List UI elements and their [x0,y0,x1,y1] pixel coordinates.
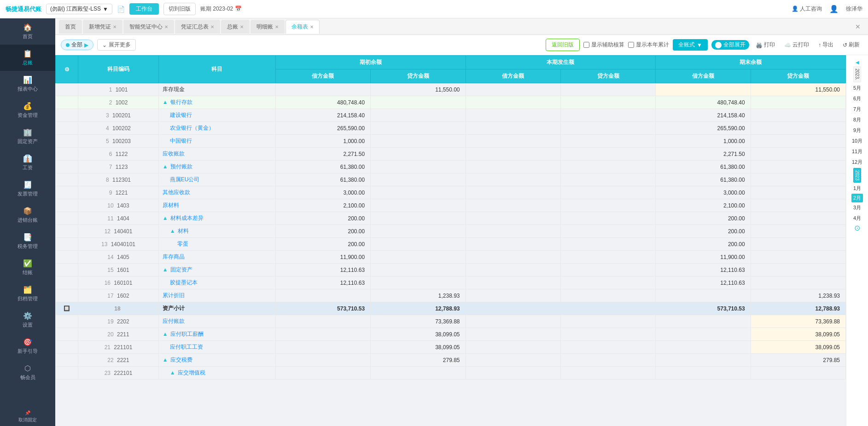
expand-row-icon[interactable]: ▲ [163,357,168,363]
close-all-tabs-button[interactable]: ✕ [851,23,864,30]
sidebar-item-ledger[interactable]: 📋 总账 [0,45,55,71]
calendar-icon[interactable]: 📅 [235,6,242,12]
expand-button[interactable]: ⌄ 展开更多 [97,39,136,51]
cloud-print-button[interactable]: ☁️ 云打印 [781,40,812,50]
tab-voucher-summary-close[interactable]: ✕ [210,24,214,29]
settings-circle-icon[interactable]: ⊙ [854,224,860,232]
expand-row-icon[interactable]: ▲ [170,228,175,234]
row-name-cell[interactable]: ▲ 材料成本差异 [158,212,275,225]
month-3[interactable]: 3月 [852,202,862,213]
unpin-button[interactable]: 📌 取消固定 [0,408,55,426]
tab-balance[interactable]: 余额表 ✕ [285,20,320,34]
row-name-cell[interactable]: ▲ 应交税费 [158,354,275,367]
expand-row-icon[interactable]: ▲ [163,163,168,170]
consult-button[interactable]: 👤 人工咨询 [792,5,822,13]
sidebar-item-close[interactable]: ✅ 结账 [0,254,55,281]
sidebar-item-funds[interactable]: 💰 资金管理 [0,97,55,123]
month-11[interactable]: 11月 [851,146,863,157]
account-name-link[interactable]: 累计折旧 [163,292,185,299]
show-ytd-checkbox[interactable]: 显示本年累计 [628,41,669,49]
tab-detail[interactable]: 明细账 ✕ [250,20,285,34]
year-2023-prev[interactable]: 2023. [853,66,861,82]
expand-all-toggle[interactable]: 全部展开 [711,40,749,50]
expand-row-icon[interactable]: ▲ [163,99,168,105]
row-name-cell[interactable]: 燕属EU公司 [158,173,275,186]
row-name-cell[interactable]: ▲ 银行存款 [158,96,275,109]
expand-row-icon[interactable]: ▲ [163,266,168,273]
tab-home[interactable]: 首页 [59,20,82,34]
show-aux-checkbox[interactable]: 显示辅助核算 [583,41,624,49]
month-7[interactable]: 7月 [852,104,862,115]
return-old-version-button[interactable]: 返回旧版 [546,39,580,51]
tab-voucher-summary[interactable]: 凭证汇总表 ✕ [175,20,220,34]
account-name-link[interactable]: 材料成本差异 [170,215,204,221]
row-name-cell[interactable]: 中国银行 [158,135,275,148]
row-name-cell[interactable]: 应付账款 [158,315,275,328]
tab-new-voucher[interactable]: 新增凭证 ✕ [83,20,122,34]
row-name-cell[interactable]: 应收账款 [158,148,275,161]
account-name-link[interactable]: 银行存款 [170,99,192,105]
row-name-cell[interactable]: 原材料 [158,199,275,212]
row-name-cell[interactable]: 库存商品 [158,251,275,264]
month-9[interactable]: 9月 [852,125,862,136]
tab-balance-close[interactable]: ✕ [310,24,314,29]
month-2[interactable]: 2月 [851,194,863,202]
filter-tag[interactable]: 全部 ▶ [61,40,93,50]
tab-smart-voucher[interactable]: 智能凭证中心 ✕ [123,20,174,34]
row-name-cell[interactable]: 累计折旧 [158,289,275,302]
account-name-link[interactable]: 原材料 [163,202,179,208]
month-12[interactable]: 12月 [851,157,863,167]
row-name-cell[interactable]: 建设银行 [158,109,275,122]
row-name-cell[interactable]: 胶提墨记本 [158,276,275,289]
expand-row-icon[interactable]: ▲ [163,331,168,337]
expand-row-icon[interactable]: ▲ [163,215,168,221]
sidebar-item-settings[interactable]: ⚙️ 设置 [0,307,55,333]
account-name-link[interactable]: 库存商品 [163,253,185,260]
month-8[interactable]: 8月 [852,115,862,125]
account-name-link[interactable]: 中国银行 [170,138,192,144]
panel-expand-icon[interactable]: ◀ [855,59,860,66]
month-4[interactable]: 4月 [852,213,862,224]
tab-ledger-close[interactable]: ✕ [240,24,244,29]
month-1[interactable]: 1月 [852,183,862,194]
sidebar-item-reports[interactable]: 📊 报表中心 [0,71,55,97]
sidebar-item-assets[interactable]: 🏢 固定资产 [0,123,55,150]
sidebar-item-member[interactable]: ⬡ 畅会员 [0,359,55,386]
row-name-cell[interactable]: 农业银行（黄金） [158,122,275,135]
company-selector[interactable]: (勿副) 江西殿玺-LSS ▼ [46,4,112,14]
sidebar-item-home[interactable]: 🏠 首页 [0,18,55,45]
account-name-link[interactable]: 胶提墨记本 [170,279,198,286]
sidebar-item-invoice[interactable]: 🧾 发票管理 [0,176,55,202]
account-name-link[interactable]: 应付职工薪酬 [170,331,204,337]
month-6[interactable]: 6月 [852,93,862,104]
row-name-cell[interactable]: ▲ 预付账款 [158,161,275,173]
year-2023-current[interactable]: 2023 [853,168,861,183]
month-10[interactable]: 10月 [851,136,863,146]
row-name-cell[interactable]: 零蛋 [158,238,275,251]
tab-new-voucher-close[interactable]: ✕ [113,24,117,29]
account-name-link[interactable]: 应交税费 [170,357,192,363]
export-button[interactable]: ↑ 导出 [816,40,836,50]
account-name-link[interactable]: 农业银行（黄金） [170,125,214,131]
account-name-link[interactable]: 其他应收款 [163,189,190,196]
row-name-cell[interactable]: ▲ 固定资产 [158,264,275,276]
row-name-cell[interactable]: ▲ 应付职工薪酬 [158,328,275,341]
sidebar-item-archive[interactable]: 🗂️ 归档管理 [0,281,55,307]
account-name-link[interactable]: 建设银行 [170,112,192,118]
workbench-button[interactable]: 工作台 [129,3,159,15]
account-name-link[interactable]: 预付账款 [170,163,192,170]
refresh-button[interactable]: ↺ 刷新 [840,40,862,50]
sidebar-item-salary[interactable]: 👔 工资 [0,150,55,176]
sidebar-item-guide[interactable]: 🎯 新手引导 [0,333,55,359]
account-name-link[interactable]: 零蛋 [177,241,188,247]
tab-ledger[interactable]: 总账 ✕ [221,20,250,34]
switch-version-button[interactable]: 切到旧版 [163,3,196,15]
row-name-cell[interactable]: ▲ 应交增值税 [158,367,275,380]
account-name-link[interactable]: 固定资产 [170,266,192,273]
full-style-button[interactable]: 全账式 ▼ [673,39,708,51]
sidebar-item-tax[interactable]: 📑 税务管理 [0,228,55,254]
ytd-checkbox-input[interactable] [628,42,634,48]
account-name-link[interactable]: 燕属EU公司 [170,176,200,183]
expand-row-icon[interactable]: ▲ [170,369,175,376]
tab-detail-close[interactable]: ✕ [275,24,279,29]
